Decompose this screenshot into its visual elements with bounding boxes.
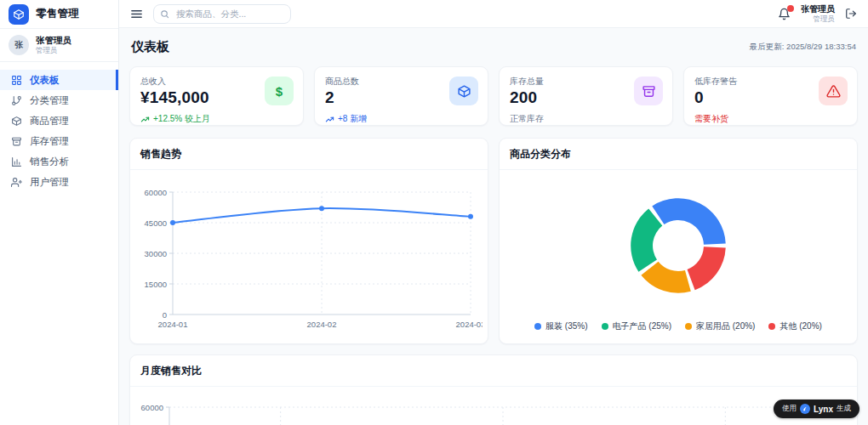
dollar-icon: $ xyxy=(265,76,294,105)
donut-legend: 服装 (35%)电子产品 (25%)家居用品 (20%)其他 (20%) xyxy=(500,320,857,343)
sidebar-item-inventory[interactable]: 库存管理 xyxy=(0,131,118,151)
sidebar-item-label: 用户管理 xyxy=(30,176,69,189)
stat-card-revenue: 总收入 ¥145,000 +12.5% 较上月 $ xyxy=(129,66,304,126)
dashboard-icon xyxy=(11,75,22,86)
header-user-role: 管理员 xyxy=(801,14,835,23)
badge-prefix: 使用 xyxy=(782,404,797,414)
hamburger-icon xyxy=(130,8,143,20)
sidebar-item-users[interactable]: 用户管理 xyxy=(0,172,118,192)
stat-card-inventory: 库存总量 200 正常库存 xyxy=(499,66,673,126)
search-input[interactable] xyxy=(153,4,291,24)
legend-item[interactable]: 电子产品 (25%) xyxy=(602,320,671,332)
main-content: 仪表板 最后更新: 2025/8/29 18:33:54 总收入 ¥145,00… xyxy=(119,28,868,425)
chart-title: 商品分类分布 xyxy=(500,139,857,170)
notifications-button[interactable] xyxy=(778,8,791,20)
stat-trend: +8 新增 xyxy=(325,113,477,125)
sidebar-item-label: 商品管理 xyxy=(30,115,69,128)
stat-card-products: 商品总数 2 +8 新增 xyxy=(314,66,488,126)
legend-label: 电子产品 (25%) xyxy=(613,320,671,332)
stat-trend: +12.5% 较上月 xyxy=(140,113,293,125)
svg-text:60000: 60000 xyxy=(141,403,163,412)
svg-text:2024-01: 2024-01 xyxy=(158,320,188,329)
search-icon xyxy=(160,9,169,19)
app-logo-icon xyxy=(9,4,29,25)
category-distribution-card: 商品分类分布 服装 (35%)电子产品 (25%)家居用品 (20%)其他 (2… xyxy=(499,138,858,344)
stat-cards: 总收入 ¥145,000 +12.5% 较上月 $ 商品总数 2 +8 新增 库… xyxy=(129,66,858,126)
monthly-comparison-card: 月度销售对比 60000 xyxy=(129,354,858,425)
svg-text:2024-02: 2024-02 xyxy=(307,320,337,329)
sales-trend-card: 销售趋势 0150003000045000600002024-012024-02… xyxy=(129,138,488,344)
badge-suffix: 生成 xyxy=(837,404,851,414)
analytics-icon xyxy=(11,156,22,167)
app-logo-row: 零售管理 xyxy=(0,0,118,29)
legend-dot xyxy=(534,323,541,330)
header-user-name: 张管理员 xyxy=(801,4,835,14)
badge-brand: Lynx xyxy=(814,405,833,414)
inventory-icon xyxy=(11,136,22,147)
logout-icon xyxy=(845,8,857,20)
category-donut-chart xyxy=(625,193,731,298)
archive-icon xyxy=(634,76,663,105)
last-updated: 最后更新: 2025/8/29 18:33:54 xyxy=(750,42,856,53)
svg-text:60000: 60000 xyxy=(145,188,167,197)
product-icon xyxy=(11,116,22,127)
notification-dot xyxy=(787,5,794,12)
monthly-comparison-chart: 60000 xyxy=(130,387,845,425)
legend-label: 家居用品 (20%) xyxy=(696,320,755,332)
app-title: 零售管理 xyxy=(36,7,79,21)
package-icon xyxy=(449,76,478,105)
user-name: 张管理员 xyxy=(36,35,71,46)
trending-up-icon xyxy=(140,115,150,124)
stat-trend: 需要补货 xyxy=(694,113,847,125)
user-role: 管理员 xyxy=(36,46,71,54)
sidebar-item-label: 分类管理 xyxy=(30,94,69,107)
sidebar: 零售管理 张 张管理员 管理员 仪表板 分类管理 商品管理 库存管理 销售分析 xyxy=(0,0,119,425)
legend-item[interactable]: 其他 (20%) xyxy=(768,320,821,332)
trending-up-icon xyxy=(325,115,334,124)
sidebar-item-dashboard[interactable]: 仪表板 xyxy=(0,70,118,90)
sidebar-user-card: 张 张管理员 管理员 xyxy=(0,29,118,62)
sales-trend-line-chart: 0150003000045000600002024-012024-022024-… xyxy=(134,177,483,338)
alert-triangle-icon xyxy=(819,76,848,105)
sidebar-item-label: 仪表板 xyxy=(30,74,60,87)
svg-text:30000: 30000 xyxy=(145,249,167,258)
legend-label: 其他 (20%) xyxy=(779,320,821,332)
logout-button[interactable] xyxy=(845,8,857,20)
legend-item[interactable]: 家居用品 (20%) xyxy=(685,320,755,332)
header-user: 张管理员 管理员 xyxy=(801,4,835,23)
svg-text:2024-03: 2024-03 xyxy=(456,320,483,329)
legend-item[interactable]: 服装 (35%) xyxy=(534,320,587,332)
top-header: 张管理员 管理员 xyxy=(119,0,868,28)
chart-title: 销售趋势 xyxy=(130,139,488,170)
lynx-logo-icon xyxy=(800,404,810,414)
page-title: 仪表板 xyxy=(131,39,169,55)
legend-dot xyxy=(602,323,608,330)
sidebar-item-label: 销售分析 xyxy=(30,156,69,168)
hamburger-menu-button[interactable] xyxy=(130,8,143,20)
lynx-badge[interactable]: 使用 Lynx 生成 xyxy=(774,400,859,418)
legend-dot xyxy=(768,323,775,330)
category-icon xyxy=(11,95,22,106)
sidebar-item-products[interactable]: 商品管理 xyxy=(0,110,118,131)
svg-text:15000: 15000 xyxy=(145,280,167,289)
chart-title: 月度销售对比 xyxy=(130,355,857,387)
legend-label: 服装 (35%) xyxy=(545,320,587,332)
sidebar-item-label: 库存管理 xyxy=(30,135,69,148)
stat-card-low-stock: 低库存警告 0 需要补货 xyxy=(683,66,858,126)
sidebar-item-analytics[interactable]: 销售分析 xyxy=(0,151,118,172)
legend-dot xyxy=(685,323,692,330)
svg-text:0: 0 xyxy=(163,310,167,320)
search-box xyxy=(153,4,291,24)
stat-trend: 正常库存 xyxy=(510,113,662,125)
svg-text:45000: 45000 xyxy=(145,218,167,228)
sidebar-nav: 仪表板 分类管理 商品管理 库存管理 销售分析 用户管理 xyxy=(0,62,118,192)
users-icon xyxy=(11,177,22,188)
avatar: 张 xyxy=(9,35,29,55)
sidebar-item-categories[interactable]: 分类管理 xyxy=(0,90,118,110)
